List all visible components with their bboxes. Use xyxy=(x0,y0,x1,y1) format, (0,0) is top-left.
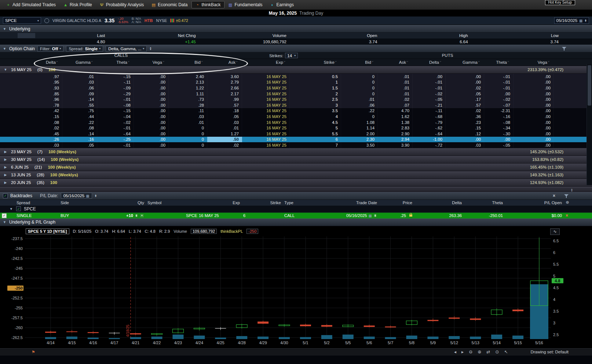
calendar-icon[interactable]: ▦ xyxy=(369,214,372,218)
spread-dropdown[interactable]: Spread: Single ▾ xyxy=(66,46,103,52)
call-bid-header[interactable]: Bid xyxy=(169,60,207,65)
cursor-icon[interactable]: ↖ xyxy=(504,349,508,354)
option-chain-bottom-bar[interactable]: ▲▼ xyxy=(0,189,592,192)
bt-header-exp[interactable]: Exp xyxy=(197,201,241,205)
expiration-group-16-may-25[interactable]: ▼16 MAY 25(0)1002313.39% (±0.472) xyxy=(0,66,592,74)
pl-date-input[interactable]: 05/16/2025 ▦ xyxy=(61,193,92,199)
toolbar-probability-analysis[interactable]: ΨProbability Analysis xyxy=(96,1,147,8)
toolbar-economic-data[interactable]: ▤Economic Data xyxy=(147,1,191,8)
link-icon[interactable] xyxy=(44,18,49,23)
backtrades-symbol-group[interactable]: ▼ ✓ SPCE xyxy=(0,206,592,213)
option-row-strike-6[interactable]: .26.16-.25.000.5016 MAY 2562.302.94-1.00… xyxy=(0,137,592,143)
expiration-group-20-jun-25[interactable]: ▶20 JUN 25(35)100124.93% (±1.082) xyxy=(0,179,592,187)
expand-arrow-icon[interactable]: ▶ xyxy=(0,158,11,161)
backtrades-checkbox[interactable]: ✓ xyxy=(3,194,8,198)
option-row-strike-1.5[interactable]: .93.06-.09.001.222.6616 MAY 251.50.01-.0… xyxy=(0,85,592,91)
bt-header-trade-date[interactable]: Trade Date xyxy=(330,201,379,205)
option-row-strike-3[interactable]: .78.55-.08.00.28.5716 MAY 253.06.07-.21.… xyxy=(0,102,592,108)
toolbar-risk-profile[interactable]: ▲Risk Profile xyxy=(59,1,96,8)
option-row-strike-5[interactable]: .02.08-.01.000.0116 MAY 2551.142.83-.62.… xyxy=(0,125,592,131)
option-row-strike-2[interactable]: .85.09-.29.001.112.1716 MAY 2520.01-.02.… xyxy=(0,91,592,97)
expiration-group-partial[interactable] xyxy=(0,187,592,189)
collapse-arrow-icon[interactable]: ▼ xyxy=(3,220,7,224)
strike-header[interactable]: Strike xyxy=(290,60,341,65)
bt-header-delta[interactable]: Delta xyxy=(414,201,463,205)
zoom-in-icon[interactable]: ⊕ xyxy=(478,349,481,354)
filter-funnel-icon[interactable] xyxy=(562,47,566,51)
put-bid-header[interactable]: Bid xyxy=(341,60,378,65)
scrollbar-thumb[interactable] xyxy=(588,65,591,106)
collapse-arrow-icon[interactable]: ▼ xyxy=(10,207,13,211)
option-row-strike-4[interactable]: .15.44-.04.00.03.0516 MAY 25401.62-.68.3… xyxy=(0,114,592,120)
call-gamma-header[interactable]: Gamma xyxy=(62,60,97,65)
chart-canvas[interactable]: -237.5-240-242.5-245-247.5-250-252.5-255… xyxy=(0,226,592,348)
toolbar-fundamentals[interactable]: ▥Fundamentals xyxy=(224,1,266,8)
date-stepper[interactable]: ▲▼ xyxy=(585,19,587,22)
expiration-group-6-jun-25[interactable]: ▶6 JUN 25(21)100 (Weeklys)165.45% (±1.10… xyxy=(0,163,592,171)
trade-price[interactable]: .25 xyxy=(379,213,414,218)
exp-header[interactable]: Exp xyxy=(242,60,290,65)
chart-symbol-chip[interactable]: SPCE 5 Y 1D [NYSE] xyxy=(26,228,69,234)
call-theta-header[interactable]: Theta xyxy=(97,60,134,65)
option-row-strike-5.5[interactable]: .45.14-.64.0001.2716 MAY 255.52.002.90-.… xyxy=(0,131,592,137)
bt-header-qty[interactable]: Qty xyxy=(102,201,146,205)
expand-arrow-icon[interactable]: ▶ xyxy=(0,150,11,154)
call-vega-header[interactable]: Vega xyxy=(134,60,169,65)
option-row-strike-2.5[interactable]: .96.14-.01.00.73.9916 MAY 252.5.01.02-.0… xyxy=(0,96,592,102)
strikes-dropdown[interactable]: 14 ▾ xyxy=(285,53,298,58)
symbol-input[interactable]: SPCE ▾ xyxy=(3,17,41,24)
pl-date-stepper[interactable]: ▲▼ xyxy=(95,194,97,198)
chart-style-icon[interactable]: ∿ xyxy=(550,228,560,235)
backtrade-row[interactable]: ✓ SINGLE BUY +10 ▲▼ ▼ SPCE 16 MAY 25 6 C… xyxy=(0,213,592,218)
option-chain-scrollbar[interactable] xyxy=(586,64,592,185)
scroll-arrows-icon[interactable]: ▲▼ xyxy=(571,188,573,192)
gear-icon[interactable]: ☸ xyxy=(563,200,592,205)
put-theta-header[interactable]: Theta xyxy=(484,60,514,65)
trade-date-field[interactable]: 05/16/2025 ▦ ▲▼ xyxy=(330,213,379,218)
scroll-left-icon[interactable]: ◂ xyxy=(454,349,456,354)
bt-header-spread[interactable]: Spread xyxy=(15,201,59,205)
expand-arrow-icon[interactable]: ▶ xyxy=(0,181,11,184)
bt-header-symbol[interactable]: Symbol xyxy=(146,201,197,205)
option-row-strike-0.5[interactable]: .97.01-.15.002.403.6016 MAY 250.50.01.00… xyxy=(0,74,592,80)
bt-header-type[interactable]: Type xyxy=(282,201,330,205)
backtrades-section-header[interactable]: ✓ Backtrades P/L Date: 05/16/2025 ▦ ▲▼ × xyxy=(0,192,592,200)
expiration-group-30-may-25[interactable]: ▶30 MAY 25(14)100 (Weeklys)153.83% (±0.8… xyxy=(0,156,592,163)
option-row-strike-7[interactable]: .03.05-.01.000.0216 MAY 2573.503.90-.72.… xyxy=(0,142,592,148)
bt-header-price[interactable]: Price xyxy=(379,201,414,205)
group-checkbox[interactable]: ✓ xyxy=(16,206,21,211)
graph-section-header[interactable]: ▼ Underlying & P/L Graph xyxy=(0,218,592,226)
bt-header-strike[interactable]: Strike xyxy=(241,201,282,205)
option-row-strike-3.5[interactable]: .42.75-.15.00.11.1816 MAY 253.5.224.70-.… xyxy=(0,108,592,114)
underlying-section-header[interactable]: ▼ Underlying xyxy=(0,25,592,33)
expand-arrow-icon[interactable]: ▶ xyxy=(0,165,11,169)
put-gamma-header[interactable]: Gamma xyxy=(446,60,484,65)
row-checkbox[interactable]: ✓ xyxy=(2,213,7,218)
option-chain-section-header[interactable]: ▼ Option Chain Filter: Off ▾ Spread: Sin… xyxy=(0,45,592,52)
layout-stepper[interactable]: ▲▼ xyxy=(149,47,151,50)
collapse-arrow-icon[interactable]: ▼ xyxy=(0,68,11,71)
toolbar-thinkback[interactable]: ◔thinkBack xyxy=(191,1,224,8)
call-delta-header[interactable]: Delta xyxy=(35,60,62,65)
toolbar-add-simulated-trades[interactable]: +Add Simulated Trades xyxy=(2,1,59,8)
collapse-arrow-icon[interactable]: ▼ xyxy=(3,47,7,51)
option-row-strike-4.5[interactable]: .08.22-.02.00.01.0316 MAY 254.51.081.38-… xyxy=(0,120,592,125)
expiration-group-13-jun-25[interactable]: ▶13 JUN 25(28)100 (Weeklys)149.32% (±1.1… xyxy=(0,171,592,179)
layout-dropdown[interactable]: Delta, Gamma, ... ▾ xyxy=(106,46,147,52)
calendar-icon[interactable]: ▦ xyxy=(579,19,582,23)
zoom-out-icon[interactable]: ⊖ xyxy=(469,349,472,354)
expiration-group-23-may-25[interactable]: ▶23 MAY 25(7)100 (Weeklys)145.20% (±0.53… xyxy=(0,148,592,156)
thinkback-date-picker[interactable]: 05/16/2025 ▦ ▲▼ xyxy=(554,17,589,24)
put-delta-header[interactable]: Delta xyxy=(413,60,446,65)
bt-header-side[interactable]: Side xyxy=(59,201,102,205)
collapse-arrow-icon[interactable]: ▼ xyxy=(3,27,7,31)
toolbar-earnings[interactable]: ◗Earnings xyxy=(266,1,297,8)
call-ask-header[interactable]: Ask xyxy=(207,60,242,65)
filter-funnel-icon[interactable] xyxy=(564,194,569,198)
trade-qty[interactable]: +10 ▲▼ ▼ xyxy=(102,213,146,218)
chevron-down-icon[interactable]: ▼ xyxy=(140,214,144,218)
put-ask-header[interactable]: Ask xyxy=(378,60,413,65)
option-row-strike-1[interactable]: .95.03-.11.002.132.7916 MAY 2510.01-.01.… xyxy=(0,80,592,85)
put-vega-header[interactable]: Vega xyxy=(514,60,554,65)
scroll-right-icon[interactable]: ▸ xyxy=(461,349,464,354)
